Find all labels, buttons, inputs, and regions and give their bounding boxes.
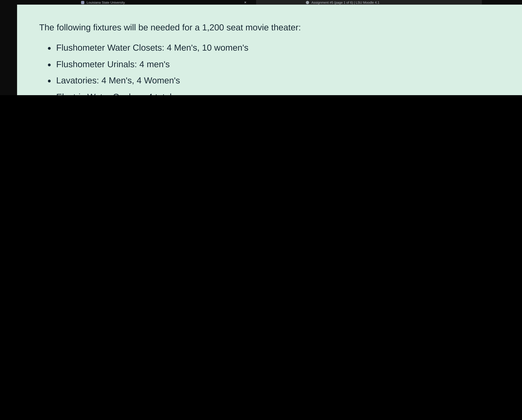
browser-tab-moodle[interactable]: Assignment #5 (page 1 of 6) | LSU Moodle… [306, 0, 379, 5]
fixture-list-item: Lavatories: 4 Men's, 4 Women's [56, 72, 522, 89]
tab-title: Assignment #5 (page 1 of 6) | LSU Moodle… [311, 0, 379, 4]
screen: Louisiana State University × Assignment … [0, 0, 522, 95]
tab-close-button[interactable]: × [244, 0, 246, 5]
question-page: The following fixtures will be needed fo… [17, 5, 522, 95]
tab-title: Louisiana State University [87, 0, 125, 4]
lsu-favicon-icon [81, 1, 84, 4]
fixture-list-item: Flushometer Water Closets: 4 Men's, 10 w… [56, 39, 522, 56]
browser-tab-lsu[interactable]: Louisiana State University [81, 0, 125, 5]
fixtures-list: Flushometer Water Closets: 4 Men's, 10 w… [39, 39, 522, 95]
fixture-list-item: Electric Water Coolers: 4 total [56, 89, 522, 95]
question-intro: The following fixtures will be needed fo… [39, 21, 522, 34]
fixture-list-item: Flushometer Urinals: 4 men's [56, 56, 522, 72]
window-left-edge [0, 5, 17, 95]
browser-tab-strip: Louisiana State University × Assignment … [0, 0, 522, 5]
moodle-favicon-icon [306, 1, 309, 4]
